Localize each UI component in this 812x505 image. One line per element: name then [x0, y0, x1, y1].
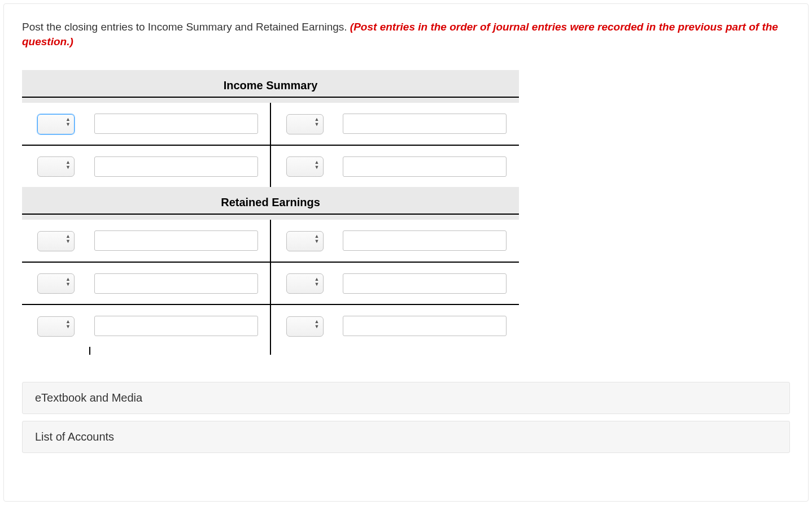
stepper-input[interactable]: ▲▼	[286, 156, 324, 177]
stepper-arrows-icon: ▲▼	[66, 279, 71, 289]
stepper-arrows-icon: ▲▼	[315, 119, 320, 129]
stepper-arrows-icon: ▲▼	[315, 162, 320, 172]
stepper-input[interactable]: ▲▼	[37, 231, 75, 251]
question-card: Post the closing entries to Income Summa…	[3, 3, 809, 502]
stepper-input[interactable]: ▲▼	[37, 273, 75, 294]
t-accounts-table: Income Summary ▲▼ ▲▼	[22, 70, 519, 355]
stepper-input[interactable]: ▲▼	[37, 156, 75, 177]
retained-earnings-row: ▲▼ ▲▼	[22, 263, 519, 305]
amount-input[interactable]	[94, 316, 258, 336]
list-of-accounts-link[interactable]: List of Accounts	[22, 421, 790, 453]
retained-earnings-row: ▲▼ ▲▼	[22, 220, 519, 262]
amount-input[interactable]	[94, 273, 258, 294]
stepper-input[interactable]: ▲▼	[286, 316, 324, 337]
income-summary-title: Income Summary	[22, 70, 519, 97]
stepper-input[interactable]: ▲▼	[37, 114, 75, 134]
etextbook-and-media-link[interactable]: eTextbook and Media	[22, 382, 790, 414]
stepper-arrows-icon: ▲▼	[66, 321, 71, 331]
amount-input[interactable]	[94, 156, 258, 177]
amount-input[interactable]	[94, 114, 258, 134]
amount-input[interactable]	[343, 273, 507, 294]
amount-input[interactable]	[343, 156, 507, 177]
amount-input[interactable]	[343, 230, 507, 251]
stepper-input[interactable]: ▲▼	[37, 316, 75, 337]
stepper-arrows-icon: ▲▼	[315, 236, 320, 246]
resource-links: eTextbook and Media List of Accounts	[22, 382, 790, 453]
retained-earnings-row: ▲▼ ▲▼	[22, 305, 519, 347]
stepper-input[interactable]: ▲▼	[286, 273, 324, 294]
stepper-arrows-icon: ▲▼	[315, 321, 320, 331]
instruction-text: Post the closing entries to Income Summa…	[22, 20, 790, 49]
stepper-arrows-icon: ▲▼	[66, 119, 71, 129]
stepper-input[interactable]: ▲▼	[286, 114, 324, 134]
stepper-arrows-icon: ▲▼	[66, 162, 71, 172]
income-summary-row: ▲▼ ▲▼	[22, 103, 519, 145]
instruction-main: Post the closing entries to Income Summa…	[22, 21, 350, 33]
income-summary-row: ▲▼ ▲▼	[22, 146, 519, 188]
stepper-arrows-icon: ▲▼	[66, 236, 71, 246]
amount-input[interactable]	[343, 114, 507, 134]
amount-input[interactable]	[343, 316, 507, 336]
stepper-arrows-icon: ▲▼	[315, 279, 320, 289]
retained-earnings-title: Retained Earnings	[22, 187, 519, 214]
amount-input[interactable]	[94, 230, 258, 251]
stepper-input[interactable]: ▲▼	[286, 231, 324, 251]
